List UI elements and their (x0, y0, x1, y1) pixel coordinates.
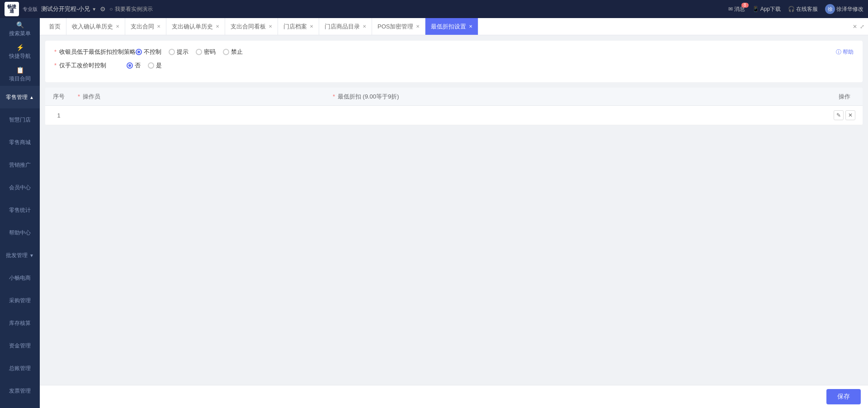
project-selector[interactable]: 测试分开完程-小兄 ▼ (41, 5, 96, 13)
tab-contract-board[interactable]: 支出合同看板 ✕ (225, 18, 278, 35)
row-delete-btn[interactable]: ✕ (845, 110, 855, 120)
sidebar-label-quicknav: 快捷导航 (9, 52, 31, 60)
control-strategy-radio-group: 不控制 提示 密码 禁止 (136, 48, 243, 56)
radio-no-control[interactable]: 不控制 (136, 48, 161, 56)
app-download-icon: 📱 (752, 6, 759, 12)
save-button[interactable]: 保存 (826, 389, 861, 404)
manual-control-row: * 仅手工改价时控制 否 是 (54, 61, 854, 70)
sidebar-label-ledger: 总账管理 (9, 365, 31, 372)
tab-confirm-history[interactable]: 支出确认单历史 ✕ (166, 18, 225, 35)
radio-no-control-label: 不控制 (144, 48, 161, 56)
sidebar-item-smartstore[interactable]: 智慧门店 (0, 108, 40, 131)
tab-store-products-label: 门店商品目录 (325, 23, 360, 31)
tab-home[interactable]: 首页 (43, 18, 66, 35)
tab-store-file[interactable]: 门店档案 ✕ (278, 18, 319, 35)
radio-password[interactable]: 密码 (196, 48, 216, 56)
cell-action-1: ✎ ✕ (826, 106, 863, 125)
search-icon: 🔍 (16, 21, 24, 28)
message-btn[interactable]: ✉ 消息 8 (728, 5, 745, 13)
radio-manual-yes[interactable]: 是 (148, 61, 162, 70)
project-dropdown-icon: ▼ (92, 7, 96, 12)
tab-min-discount[interactable]: 最低折扣设置 ✕ (425, 18, 478, 35)
help-button[interactable]: ⓘ 帮助 (836, 48, 854, 56)
page-footer: 保存 (40, 385, 868, 408)
expand-tab-btn[interactable]: ⤢ (860, 23, 864, 30)
radio-forbidden[interactable]: 禁止 (223, 48, 243, 56)
cell-discount-1 (327, 111, 826, 120)
sidebar-item-tax[interactable]: 税务管理 (0, 402, 40, 408)
demo-link[interactable]: ○ 我要看实例演示 (109, 5, 152, 13)
sidebar-label-search: 搜索菜单 (9, 30, 31, 38)
home-tab-label: 首页 (49, 23, 61, 31)
tab-income-history-close-icon[interactable]: ✕ (116, 24, 119, 29)
tab-contract-close-icon[interactable]: ✕ (157, 24, 160, 29)
wholesale-arrow-icon: ▼ (29, 253, 34, 258)
sidebar-item-help[interactable]: 帮助中心 (0, 221, 40, 244)
tab-confirm-history-close-icon[interactable]: ✕ (216, 24, 219, 29)
user-profile-btn[interactable]: 徐 徐泽华修改 (825, 4, 863, 14)
question-circle-icon: ⓘ (836, 48, 841, 56)
sidebar-item-inventory[interactable]: 库存核算 (0, 312, 40, 334)
table-header: 序号 * 操作员 * 最低折扣 (9.00等于9折) 操作 (45, 88, 863, 106)
radio-no-control-circle (136, 49, 142, 55)
radio-manual-no[interactable]: 否 (127, 61, 141, 70)
tab-pos-password[interactable]: POS加密管理 ✕ (372, 18, 425, 35)
required-star-2: * (54, 62, 57, 69)
tab-store-file-label: 门店档案 (283, 23, 307, 31)
sidebar-label-smartstore: 智慧门店 (9, 116, 31, 124)
tab-store-products-close-icon[interactable]: ✕ (363, 24, 366, 29)
sidebar-item-purchase[interactable]: 采购管理 (0, 289, 40, 312)
radio-hint[interactable]: 提示 (169, 48, 189, 56)
col-header-discount: * 最低折扣 (9.00等于9折) (327, 88, 826, 105)
tab-contract-board-close-icon[interactable]: ✕ (269, 24, 272, 29)
tab-contract[interactable]: 支出合同 ✕ (125, 18, 166, 35)
sidebar-item-retailstats[interactable]: 零售统计 (0, 199, 40, 221)
headset-icon: 🎧 (788, 6, 795, 12)
radio-manual-yes-circle (148, 62, 154, 69)
sidebar-item-ledger[interactable]: 总账管理 (0, 357, 40, 380)
page-content: * 收银员低于最低折扣控制策略 不控制 提示 (40, 35, 868, 385)
tab-pos-password-close-icon[interactable]: ✕ (416, 24, 420, 29)
sidebar-label-invoice: 发票管理 (9, 387, 31, 395)
main-layout: 🔍 搜索菜单 ⚡ 快捷导航 📋 项目合同 零售管理 ▲ 智慧门店 零售商城 营销… (0, 18, 868, 408)
sidebar-item-wholesale[interactable]: 批发管理 ▼ (0, 244, 40, 267)
sidebar-item-project[interactable]: 📋 项目合同 (0, 63, 40, 86)
row-edit-btn[interactable]: ✎ (834, 110, 844, 120)
tab-store-products[interactable]: 门店商品目录 ✕ (319, 18, 372, 35)
retail-arrow-icon: ▲ (29, 95, 34, 100)
sidebar-item-quicknav[interactable]: ⚡ 快捷导航 (0, 41, 40, 63)
control-strategy-label: * 收银员低于最低折扣控制策略 (54, 48, 136, 56)
tab-store-file-close-icon[interactable]: ✕ (310, 24, 313, 29)
sidebar-label-ecommerce: 小畅电商 (9, 274, 31, 282)
project-name: 测试分开完程-小兄 (41, 5, 90, 13)
app-download-btn[interactable]: 📱 App下载 (752, 5, 781, 13)
sidebar-item-marketing[interactable]: 营销推广 (0, 154, 40, 176)
project-icon: 📋 (16, 66, 24, 74)
table-row: 1 ✎ ✕ (45, 106, 863, 125)
sidebar-item-finance[interactable]: 资金管理 (0, 334, 40, 357)
control-strategy-row: * 收银员低于最低折扣控制策略 不控制 提示 (54, 48, 854, 56)
sidebar-item-invoice[interactable]: 发票管理 (0, 380, 40, 402)
user-name: 徐泽华修改 (836, 5, 863, 13)
radio-hint-label: 提示 (177, 48, 189, 56)
radio-manual-no-circle (127, 62, 133, 69)
sidebar-label-retailstats: 零售统计 (9, 206, 31, 214)
sidebar-item-retail[interactable]: 零售管理 ▲ (0, 86, 40, 108)
radio-manual-yes-label: 是 (156, 61, 162, 70)
tab-min-discount-close-icon[interactable]: ✕ (469, 24, 472, 29)
online-service-btn[interactable]: 🎧 在线客服 (788, 5, 818, 13)
col-header-action: 操作 (826, 88, 863, 105)
sidebar-item-ecommerce[interactable]: 小畅电商 (0, 267, 40, 289)
sidebar-item-search[interactable]: 🔍 搜索菜单 (0, 18, 40, 41)
close-tab-btn[interactable]: ✕ (853, 23, 857, 30)
sidebar-item-member[interactable]: 会员中心 (0, 176, 40, 199)
tab-income-history[interactable]: 收入确认单历史 ✕ (66, 18, 125, 35)
radio-password-label: 密码 (204, 48, 216, 56)
content-area: 首页 收入确认单历史 ✕ 支出合同 ✕ 支出确认单历史 ✕ 支出合同看板 ✕ 门… (40, 18, 868, 408)
tab-contract-board-label: 支出合同看板 (231, 23, 266, 31)
topbar-settings-icon[interactable]: ⚙ (100, 5, 106, 13)
radio-password-circle (196, 49, 202, 55)
sidebar-item-retailmall[interactable]: 零售商城 (0, 131, 40, 154)
manual-control-label: * 仅手工改价时控制 (54, 61, 127, 70)
settings-card: * 收银员低于最低折扣控制策略 不控制 提示 (45, 41, 863, 82)
